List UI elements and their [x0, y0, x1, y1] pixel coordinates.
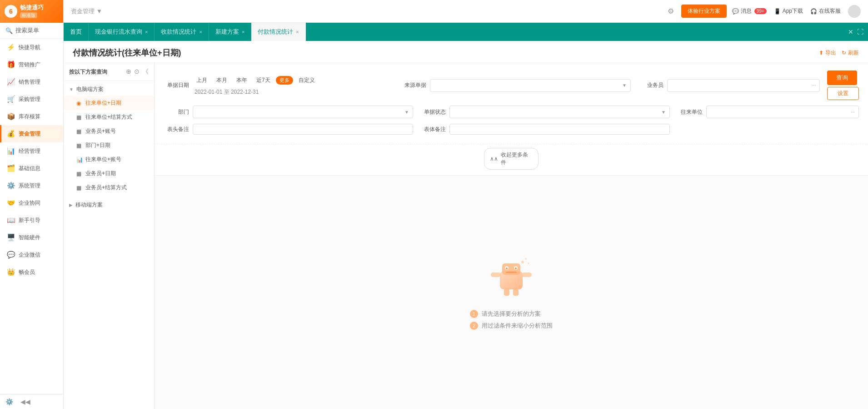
scheme-item-icon: ▦: [76, 171, 83, 177]
settings-footer-icon[interactable]: ⚙️: [5, 398, 13, 405]
tab-bank-flow[interactable]: 现金银行流水查询 ×: [89, 23, 155, 41]
date-option-7days[interactable]: 近7天: [253, 75, 274, 86]
user-avatar[interactable]: [848, 5, 861, 18]
tab-collection-stat[interactable]: 收款情况统计 ×: [155, 23, 209, 41]
query-action-btns: 查询 设置: [827, 71, 859, 100]
scheme-group-desktop: ▼ 电脑端方案 ◉ 往来单位+日期 ▦ 往来单位+结算方式 ▦ 业务员+账号 ▦: [64, 81, 154, 197]
sidebar-item-system[interactable]: ⚙️ 系统管理: [0, 177, 63, 194]
app-download-item[interactable]: 📱 App下载: [774, 7, 803, 15]
header-note-input[interactable]: [193, 124, 413, 135]
tab-maximize-icon[interactable]: ⛶: [857, 28, 863, 35]
sidebar-item-enterprise[interactable]: 🤝 企业协同: [0, 194, 63, 212]
scheme-item-dept-date[interactable]: ▦ 部门+日期: [64, 138, 154, 152]
scheme-item-partner-date[interactable]: ◉ 往来单位+日期: [64, 96, 154, 110]
app-version: 标准版: [20, 12, 37, 18]
collapse-more-btn[interactable]: ∧∧ 收起更多条件: [484, 148, 539, 170]
sidebar-header: 6 畅捷通巧 标准版: [0, 0, 63, 23]
tab-new-scheme-close[interactable]: ×: [242, 29, 244, 35]
topbar-settings-icon[interactable]: ⚙: [668, 7, 674, 15]
date-option-this-year[interactable]: 本年: [233, 75, 251, 86]
tab-new-scheme[interactable]: 新建方案 ×: [209, 23, 251, 41]
scheme-item-label: 往来单位+账号: [85, 156, 121, 163]
app-download-icon: 📱: [774, 8, 781, 15]
filter-item-voucher-status: 单据状态 ▼: [420, 106, 670, 118]
finance-icon: 💰: [7, 130, 15, 138]
filter-row-3: 表头备注 表体备注: [164, 124, 859, 135]
date-option-custom[interactable]: 自定义: [295, 75, 319, 86]
sidebar-search[interactable]: 🔍 搜索菜单: [0, 23, 63, 39]
employee-select[interactable]: ···: [667, 79, 820, 92]
sidebar-item-quick-nav[interactable]: ⚡ 快捷导航: [0, 39, 63, 56]
online-service-item[interactable]: 🎧 在线客服: [810, 7, 841, 15]
trial-btn[interactable]: 体验行业方案: [681, 5, 727, 18]
employee-dots: ···: [812, 83, 816, 88]
sidebar-item-wechat[interactable]: 💬 企业微信: [0, 246, 63, 263]
message-badge: 99+: [754, 8, 767, 14]
svg-rect-8: [513, 288, 519, 296]
tab-close-all-icon[interactable]: ✕: [848, 28, 853, 35]
collapse-sidebar-icon[interactable]: ◀◀: [20, 398, 30, 405]
scheme-item-partner-settle[interactable]: ▦ 往来单位+结算方式: [64, 110, 154, 124]
scheme-item-employee-date[interactable]: ▦ 业务员+日期: [64, 167, 154, 181]
dept-select[interactable]: ▼: [193, 106, 413, 118]
refresh-label: 刷新: [848, 49, 859, 57]
tab-payment-stat[interactable]: 付款情况统计 ×: [251, 23, 305, 41]
tab-collection-stat-close[interactable]: ×: [199, 29, 202, 35]
source-voucher-select[interactable]: ▼: [430, 79, 631, 92]
filter-collapse-area: ∧∧ 收起更多条件: [155, 144, 868, 175]
date-option-this-month[interactable]: 本月: [213, 75, 231, 86]
tab-home[interactable]: 首页: [64, 23, 89, 41]
partner-select[interactable]: ···: [706, 106, 859, 118]
message-item[interactable]: 💬 消息 99+: [732, 7, 767, 15]
sidebar-item-member[interactable]: 👑 畅会员: [0, 263, 63, 281]
scheme-item-label: 往来单位+日期: [85, 99, 121, 107]
scheme-item-employee-account[interactable]: ▦ 业务员+账号: [64, 124, 154, 138]
sidebar-item-finance[interactable]: 💰 资金管理: [0, 125, 63, 142]
scheme-collapse-icon[interactable]: 《: [142, 68, 149, 76]
body-note-input[interactable]: [449, 124, 670, 135]
operations-icon: 📊: [7, 147, 15, 155]
breadcrumb-area: 资金管理 ▼: [71, 7, 102, 15]
sidebar-item-marketing[interactable]: 🎁 营销推广: [0, 56, 63, 73]
scheme-group-desktop-header[interactable]: ▼ 电脑端方案: [64, 83, 154, 96]
query-btn[interactable]: 查询: [827, 71, 857, 85]
sidebar-item-label: 企业微信: [19, 251, 40, 259]
voucher-status-select[interactable]: ▼: [449, 106, 670, 118]
sidebar-item-sales[interactable]: 📈 销售管理: [0, 73, 63, 91]
sidebar: 6 畅捷通巧 标准版 🔍 搜索菜单 ⚡ 快捷导航 🎁 营销推广 📈 销售管理 🛒…: [0, 0, 64, 409]
system-icon: ⚙️: [7, 182, 15, 190]
scheme-item-label: 部门+日期: [85, 141, 110, 149]
refresh-btn[interactable]: ↻ 刷新: [842, 49, 859, 57]
empty-hint-2: 2 用过滤条件来缩小分析范围: [470, 322, 553, 330]
filter-item-employee: 业务员 ···: [638, 79, 820, 92]
main-area: 资金管理 ▼ ⚙ 体验行业方案 💬 消息 99+ 📱 App下载 🎧 在线客服: [64, 0, 868, 409]
desktop-group-label: 电脑端方案: [76, 86, 104, 93]
search-icon: 🔍: [5, 27, 13, 34]
tab-payment-stat-close[interactable]: ×: [296, 29, 299, 35]
app-name: 畅捷通巧: [20, 4, 44, 11]
employee-label: 业务员: [638, 81, 663, 89]
scheme-add-icon[interactable]: ⊕: [126, 68, 131, 76]
svg-point-11: [521, 261, 524, 263]
scheme-group-mobile-header[interactable]: ▶ 移动端方案: [64, 198, 154, 212]
scheme-item-employee-settle[interactable]: ▦ 业务员+结算方式: [64, 181, 154, 195]
hint-num-2: 2: [470, 322, 478, 330]
export-icon: ⬆: [819, 50, 823, 56]
sidebar-item-purchase[interactable]: 🛒 采购管理: [0, 91, 63, 108]
sidebar-item-basic-info[interactable]: 🗂️ 基础信息: [0, 160, 63, 177]
hint-num-1: 1: [470, 310, 478, 318]
date-option-last-month[interactable]: 上月: [193, 75, 211, 86]
scheme-item-partner-account[interactable]: 📊 往来单位+账号: [64, 152, 154, 167]
sidebar-item-inventory[interactable]: 📦 库存核算: [0, 108, 63, 125]
sidebar-item-label: 采购管理: [19, 96, 40, 103]
right-content: 单据日期 上月 本月 本年 近7天 更多 自定义 2022-01-01 至 20…: [155, 63, 868, 409]
sidebar-item-operations[interactable]: 📊 经营管理: [0, 142, 63, 160]
filter-settings-btn[interactable]: 设置: [827, 87, 859, 100]
tab-bank-flow-close[interactable]: ×: [145, 29, 148, 35]
date-option-more[interactable]: 更多: [276, 76, 293, 85]
scheme-settings-icon[interactable]: ⊙: [134, 68, 140, 76]
sidebar-item-hardware[interactable]: 🖥️ 智能硬件: [0, 229, 63, 246]
sidebar-item-label: 销售管理: [19, 78, 40, 86]
sidebar-item-guide[interactable]: 📖 新手引导: [0, 212, 63, 229]
export-btn[interactable]: ⬆ 导出: [819, 49, 836, 57]
